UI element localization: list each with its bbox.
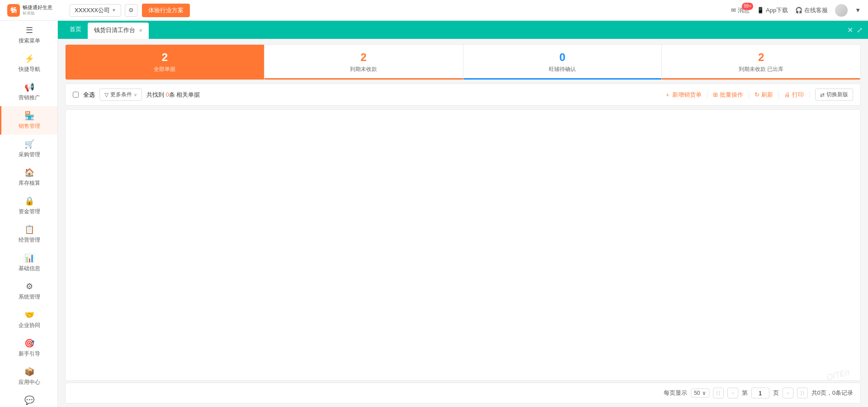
message-icon: ✉ <box>731 7 736 14</box>
count-number: 0 <box>166 91 169 98</box>
switch-icon: ⇄ <box>820 92 825 98</box>
stat-underline-out <box>662 78 860 80</box>
stat-num-overdue: 2 <box>360 51 366 64</box>
inventory-icon: 🏠 <box>24 168 34 178</box>
tab-minimize-button[interactable]: ✕ <box>847 26 853 34</box>
avatar[interactable] <box>835 4 848 17</box>
filter-icon: ▽ <box>104 92 108 98</box>
last-page-button[interactable]: ⟩⟩ <box>797 388 808 398</box>
sidebar-item-system[interactable]: ⚙ 系统管理 <box>0 277 57 305</box>
sidebar-item-wecom[interactable]: 💬 企业微信 <box>0 391 57 407</box>
inventory-label: 库存核算 <box>19 179 40 187</box>
refresh-icon: ↻ <box>755 91 760 98</box>
tab-home-label: 首页 <box>70 25 81 33</box>
next-page-button[interactable]: ＞ <box>783 388 793 398</box>
basic-icon: 📊 <box>24 253 34 263</box>
purchase-icon: 🛒 <box>24 139 34 149</box>
wecom-icon: 💬 <box>24 395 34 405</box>
stat-underline-wangwang <box>463 78 662 80</box>
stat-label-all: 全部单据 <box>154 65 175 73</box>
page-number-input[interactable] <box>751 388 769 398</box>
refresh-button[interactable]: ↻ 刷新 <box>755 91 773 99</box>
trial-button[interactable]: 体验行业方案 <box>142 4 190 17</box>
print-button[interactable]: 🖨 打印 <box>784 91 804 99</box>
batch-button[interactable]: ⊞ 批量操作 <box>713 91 743 99</box>
company-dropdown-arrow: ▼ <box>112 8 116 13</box>
per-page-select[interactable]: 50 ∨ <box>691 388 709 398</box>
page-label: 第 <box>742 389 748 397</box>
purchase-label: 采购管理 <box>19 151 40 159</box>
logo-area: 畅 畅捷通好生意 标准版 <box>7 4 65 17</box>
message-badge: 99+ <box>742 3 753 10</box>
sales-icon: 🏪 <box>24 111 34 121</box>
top-right-area: ✉ 消息 99+ 📱 App下载 🎧 在线客服 ▼ <box>731 4 861 17</box>
quick-nav-label: 快捷导航 <box>19 65 40 73</box>
sidebar-item-guide[interactable]: 🎯 新手引导 <box>0 334 57 362</box>
online-service-button[interactable]: 🎧 在线客服 <box>795 6 828 14</box>
basic-label: 基础信息 <box>19 265 40 272</box>
app-download-button[interactable]: 📱 App下载 <box>757 6 788 14</box>
switch-version-button[interactable]: ⇄ 切换新版 <box>815 89 853 101</box>
online-service-label: 在线客服 <box>804 6 828 14</box>
sidebar-item-enterprise[interactable]: 🤝 企业协同 <box>0 305 57 334</box>
stat-card-out[interactable]: 2 到期未收款 已出库 <box>662 45 860 80</box>
per-page-value: 50 <box>694 390 700 396</box>
per-page-arrow: ∨ <box>702 390 706 396</box>
search-menu-label: 搜索菜单 <box>19 37 40 45</box>
filter-button[interactable]: ▽ 更多条件 ∨ <box>99 89 142 101</box>
sidebar-item-marketing[interactable]: 📢 营销推广 <box>0 78 57 106</box>
sidebar-item-quick-nav[interactable]: ⚡ 快捷导航 <box>0 49 57 78</box>
total-label: 共0页，0条记录 <box>811 389 853 397</box>
marketing-label: 营销推广 <box>19 94 40 102</box>
sidebar-item-inventory[interactable]: 🏠 库存核算 <box>0 163 57 192</box>
sidebar-item-sales[interactable]: 🏪 销售管理 <box>0 106 57 135</box>
sidebar-item-operations[interactable]: 📋 经营管理 <box>0 220 57 248</box>
tab-work-label: 钱货日清工作台 <box>94 26 135 34</box>
add-button[interactable]: ＋ 新增销货单 <box>665 91 702 99</box>
user-name[interactable]: ▼ <box>855 7 861 14</box>
tab-work[interactable]: 钱货日清工作台 ✕ <box>88 23 149 39</box>
stat-num-wangwang: 0 <box>559 51 565 64</box>
first-page-button[interactable]: ⟨⟨ <box>713 388 724 398</box>
quick-nav-icon: ⚡ <box>24 54 34 64</box>
stat-card-all[interactable]: 2 全部单据 <box>66 45 264 80</box>
sidebar-item-purchase[interactable]: 🛒 采购管理 <box>0 135 57 163</box>
system-label: 系统管理 <box>19 293 40 301</box>
add-label: 新增销货单 <box>672 91 702 99</box>
stat-underline-overdue <box>264 78 463 80</box>
sidebar-item-basic[interactable]: 📊 基础信息 <box>0 248 57 277</box>
top-bar: 畅 畅捷通好生意 标准版 XXXXXX公司 ▼ ⚙ 体验行业方案 ✉ 消息 99… <box>0 0 868 21</box>
sidebar-item-app-center[interactable]: 📦 应用中心 <box>0 362 57 391</box>
tab-expand-button[interactable]: ⤢ <box>857 26 863 34</box>
sidebar-item-search-menu[interactable]: ☰ 搜索菜单 <box>0 21 57 49</box>
table-area <box>65 109 861 381</box>
marketing-icon: 📢 <box>24 82 34 92</box>
print-label: 打印 <box>792 91 804 99</box>
operations-label: 经营管理 <box>19 236 40 244</box>
service-icon: 🎧 <box>795 7 802 14</box>
gear-icon: ⚙ <box>128 7 134 14</box>
prev-page-button[interactable]: ＜ <box>727 388 738 398</box>
guide-icon: 🎯 <box>24 338 34 348</box>
message-button[interactable]: ✉ 消息 99+ <box>731 6 750 14</box>
stat-num-all: 2 <box>162 51 168 64</box>
app-download-icon: 📱 <box>757 7 764 14</box>
company-selector[interactable]: XXXXXX公司 ▼ <box>70 4 121 17</box>
search-menu-icon: ☰ <box>26 25 33 35</box>
switch-label: 切换新版 <box>826 91 848 98</box>
select-all-label: 全选 <box>83 91 95 99</box>
app-center-icon: 📦 <box>24 367 34 377</box>
settings-button[interactable]: ⚙ <box>125 4 137 17</box>
select-all-checkbox[interactable] <box>73 92 79 98</box>
app-center-label: 应用中心 <box>19 379 40 386</box>
operations-icon: 📋 <box>24 225 34 234</box>
tab-bar: 首页 钱货日清工作台 ✕ ✕ ⤢ <box>58 21 868 39</box>
tab-close-button[interactable]: ✕ <box>139 28 142 33</box>
sidebar-item-finance[interactable]: 🔒 资金管理 <box>0 192 57 220</box>
stat-card-overdue[interactable]: 2 到期未收款 <box>264 45 463 80</box>
add-icon: ＋ <box>665 91 670 99</box>
logo-subtitle: 标准版 <box>23 10 52 16</box>
stat-card-wangwang[interactable]: 0 旺辅待确认 <box>463 45 662 80</box>
batch-label: 批量操作 <box>720 91 743 99</box>
tab-home[interactable]: 首页 <box>63 21 88 39</box>
